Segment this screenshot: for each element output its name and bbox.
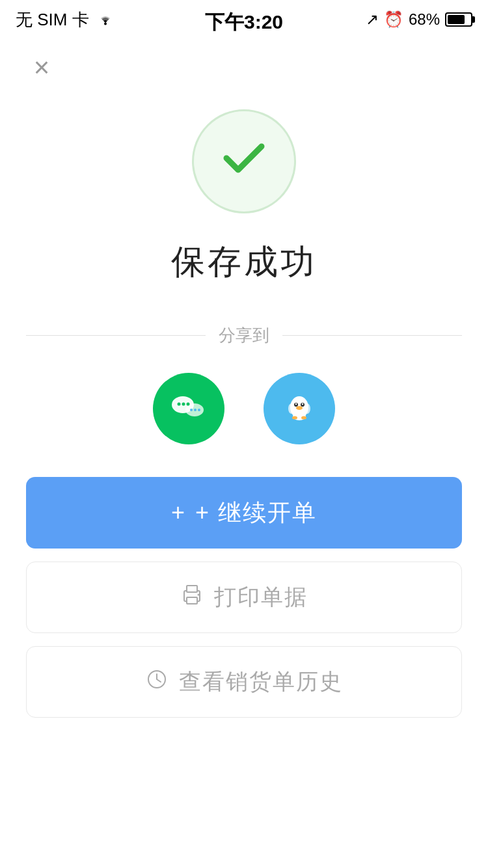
plus-icon: + bbox=[171, 499, 185, 526]
svg-point-5 bbox=[187, 403, 190, 406]
svg-point-17 bbox=[304, 403, 310, 414]
divider-right bbox=[282, 335, 462, 336]
battery-percent: 68% bbox=[409, 10, 440, 29]
history-label: 查看销货单历史 bbox=[179, 667, 343, 697]
share-qq-button[interactable] bbox=[264, 373, 335, 444]
svg-point-0 bbox=[104, 22, 107, 25]
divider-left bbox=[26, 335, 206, 336]
success-title: 保存成功 bbox=[171, 239, 317, 285]
printer-icon bbox=[180, 583, 204, 612]
clock-icon bbox=[145, 668, 169, 696]
status-time: 下午3:20 bbox=[205, 9, 283, 36]
share-section: 分享到 bbox=[26, 324, 462, 444]
status-bar: 无 SIM 卡 下午3:20 ↗ ⏰ 68% bbox=[0, 0, 488, 39]
action-buttons: + + 继续开单 打印单据 查看销货单历 bbox=[26, 477, 462, 718]
success-icon-circle bbox=[192, 109, 296, 213]
svg-point-4 bbox=[182, 403, 185, 406]
svg-point-19 bbox=[301, 416, 306, 420]
svg-point-13 bbox=[295, 403, 297, 405]
svg-point-15 bbox=[296, 406, 303, 410]
svg-point-14 bbox=[302, 403, 303, 405]
share-icons bbox=[26, 373, 462, 444]
svg-rect-21 bbox=[187, 586, 197, 592]
checkmark-icon bbox=[215, 128, 273, 195]
status-left: 无 SIM 卡 bbox=[16, 8, 115, 31]
svg-point-8 bbox=[198, 409, 200, 411]
page-content: × 保存成功 分享到 bbox=[0, 39, 488, 718]
battery-bar bbox=[445, 12, 472, 27]
alarm-icon: ⏰ bbox=[384, 10, 403, 29]
svg-rect-22 bbox=[187, 597, 197, 604]
share-wechat-button[interactable] bbox=[153, 373, 224, 444]
svg-point-7 bbox=[194, 409, 197, 411]
print-label: 打印单据 bbox=[214, 582, 308, 612]
share-label: 分享到 bbox=[219, 324, 269, 347]
svg-point-23 bbox=[198, 594, 200, 596]
continue-label: + 继续开单 bbox=[195, 497, 317, 529]
history-button[interactable]: 查看销货单历史 bbox=[26, 646, 462, 718]
print-button[interactable]: 打印单据 bbox=[26, 562, 462, 633]
sim-status: 无 SIM 卡 bbox=[16, 8, 89, 31]
continue-button[interactable]: + + 继续开单 bbox=[26, 477, 462, 549]
svg-point-6 bbox=[190, 409, 193, 411]
svg-point-3 bbox=[178, 403, 181, 406]
wifi-icon bbox=[96, 10, 115, 30]
svg-point-18 bbox=[292, 416, 297, 420]
svg-point-16 bbox=[288, 403, 295, 414]
status-right: ↗ ⏰ 68% bbox=[366, 10, 472, 29]
location-icon: ↗ bbox=[366, 10, 379, 29]
close-icon: × bbox=[34, 54, 50, 81]
close-button[interactable]: × bbox=[26, 52, 57, 83]
share-divider: 分享到 bbox=[26, 324, 462, 347]
